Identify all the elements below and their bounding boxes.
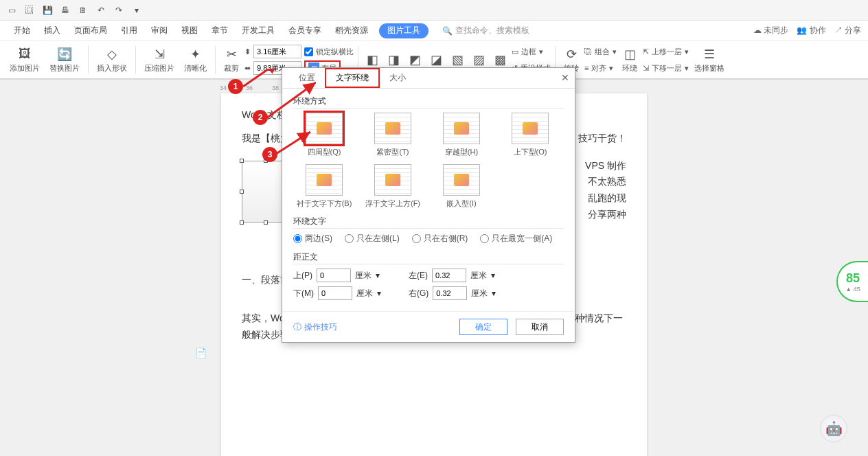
menu-chapter[interactable]: 章节 (205, 21, 235, 41)
wrap-option-6[interactable]: 嵌入型(I) (431, 164, 492, 209)
tb-shape[interactable]: ◇插入形状 (93, 43, 131, 76)
wrap-option-1[interactable]: 紧密型(T) (362, 113, 424, 157)
unsync-status[interactable]: ☁ 未同步 (753, 25, 788, 36)
dialog-tabs: 位置 文字环绕 大小 (282, 68, 575, 89)
sect-dist: 距正文 (293, 251, 564, 264)
page-nav-icon[interactable]: 📄 (195, 347, 207, 358)
tab-size[interactable]: 大小 (380, 69, 415, 87)
undo-icon[interactable]: ↶ (93, 2, 109, 19)
width-icon: ⬍ (244, 47, 251, 56)
wrap-option-2[interactable]: 穿越型(H) (431, 113, 492, 157)
quick-access-toolbar: ▭ ⿴ 💾 🖶 🗎 ↶ ↷ ▾ (0, 0, 868, 21)
tb-compress[interactable]: ⇲压缩图片 (140, 43, 179, 76)
dist-left[interactable] (432, 269, 466, 282)
tb-sharpen[interactable]: ✦清晰化 (180, 43, 211, 76)
sect-wrapmode: 环绕方式 (293, 95, 564, 109)
menu-ref[interactable]: 引用 (114, 21, 144, 41)
assistant-avatar[interactable]: 🤖 (820, 415, 847, 442)
menu-res[interactable]: 稻壳资源 (328, 21, 375, 41)
callout-1: 1 (228, 79, 243, 94)
menu-layout[interactable]: 页面布局 (67, 21, 114, 41)
wraptext-radio-0[interactable]: 两边(S) (293, 233, 332, 244)
lock-label: 锁定纵横比 (316, 47, 354, 57)
tb-align[interactable]: ≡ 对齐 ▾ (584, 60, 617, 76)
callout-3: 3 (262, 147, 277, 162)
menu-start[interactable]: 开始 (7, 21, 37, 41)
tab-position[interactable]: 位置 (289, 69, 325, 87)
share-btn[interactable]: ↗ 分享 (834, 25, 861, 36)
tab-wrap[interactable]: 文字环绕 (325, 68, 380, 88)
print-icon[interactable]: 🖶 (57, 2, 73, 19)
menu-insert[interactable]: 插入 (37, 21, 67, 41)
tb-up[interactable]: ⇱ 上移一层 ▾ (643, 44, 689, 59)
menu-dev[interactable]: 开发工具 (235, 21, 282, 41)
tips-link[interactable]: ⓘ 操作技巧 (293, 321, 337, 333)
menu-review[interactable]: 审阅 (144, 21, 174, 41)
open-icon[interactable]: ⿴ (21, 2, 38, 19)
lock-ratio-cb[interactable] (304, 47, 313, 56)
dist-bottom[interactable] (318, 286, 352, 300)
search-icon: 🔍 (442, 26, 453, 36)
cancel-button[interactable]: 取消 (516, 319, 564, 335)
menu-view[interactable]: 视图 (174, 21, 205, 41)
dropdown-icon[interactable]: ▾ (128, 2, 145, 19)
ok-button[interactable]: 确定 (459, 319, 507, 335)
menu-imgtool[interactable]: 图片工具 (379, 23, 429, 38)
wrap-option-5[interactable]: 浮于文字上方(F) (362, 164, 424, 209)
redo-icon[interactable]: ↷ (111, 2, 127, 19)
search-box[interactable]: 🔍 查找命令、搜索模板 (442, 25, 529, 36)
tb-group[interactable]: ⿻ 组合 ▾ (584, 44, 617, 59)
new-icon[interactable]: ▭ (3, 2, 20, 19)
wrap-option-3[interactable]: 上下型(O) (499, 113, 561, 157)
tb-selpane[interactable]: ☰选择窗格 (690, 43, 729, 76)
callout-2: 2 (253, 110, 268, 125)
wraptext-radio-3[interactable]: 只在最宽一侧(A) (480, 233, 552, 244)
save-icon[interactable]: 💾 (39, 2, 56, 19)
layout-dialog: ✕ 位置 文字环绕 大小 环绕方式 四周型(Q)紧密型(T)穿越型(H)上下型(… (282, 67, 575, 343)
search-ph: 查找命令、搜索模板 (455, 25, 529, 36)
wraptext-radio-1[interactable]: 只在左侧(L) (345, 233, 400, 244)
preview-icon[interactable]: 🗎 (75, 2, 91, 19)
menubar: 开始 插入 页面布局 引用 审阅 视图 章节 开发工具 会员专享 稻壳资源 图片… (0, 21, 868, 41)
wrap-option-4[interactable]: 衬于文字下方(B) (293, 164, 355, 209)
width-input[interactable] (253, 45, 301, 58)
tb-down[interactable]: ⇲ 下移一层 ▾ (643, 60, 689, 76)
wraptext-radio-2[interactable]: 只在右侧(R) (412, 233, 468, 244)
dist-right[interactable] (433, 286, 467, 300)
sect-wraptext: 环绕文字 (293, 216, 564, 229)
wrap-option-0[interactable]: 四周型(Q) (293, 113, 355, 157)
tb-wrap[interactable]: ◫环绕 (618, 43, 641, 76)
height-icon: ⬌ (244, 64, 251, 73)
tb-repl[interactable]: 🔄替换图片 (45, 43, 84, 76)
coop-btn[interactable]: 👥 协作 (797, 25, 825, 36)
tb-addpic[interactable]: 🖼添加图片 (5, 43, 44, 76)
dist-top[interactable] (317, 269, 351, 282)
tb-border[interactable]: ▭ 边框 ▾ (512, 44, 551, 59)
intro-right: 技巧干货！ (578, 130, 626, 147)
tb-crop[interactable]: ✂裁剪 (220, 43, 243, 76)
menu-vip[interactable]: 会员专享 (282, 21, 328, 41)
